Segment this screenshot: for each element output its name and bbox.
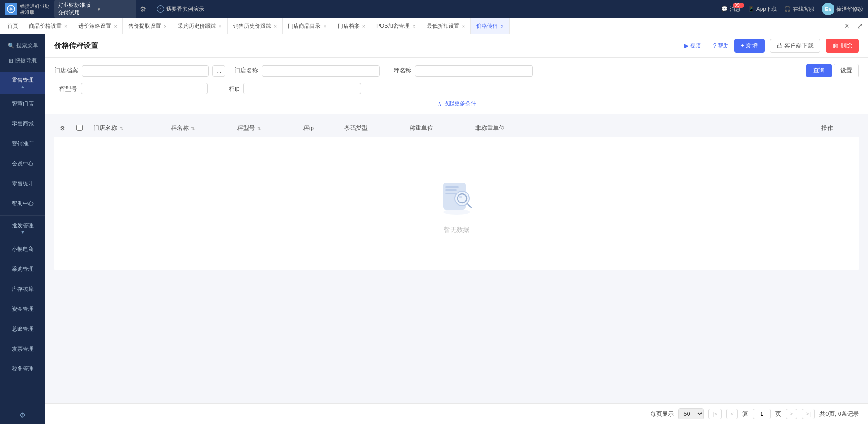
tab-close-icon[interactable]: ×	[501, 24, 503, 29]
online-service-btn[interactable]: 🎧 在线客服	[784, 5, 814, 13]
sidebar-item-ledger[interactable]: 总账管理	[0, 319, 45, 339]
tab-close-icon[interactable]: ×	[274, 24, 277, 29]
add-button[interactable]: + 新增	[734, 39, 765, 53]
demo-circle-icon: ○	[157, 5, 164, 13]
tab-close-icon[interactable]: ×	[64, 24, 67, 29]
sidebar-item-ecommerce[interactable]: 小畅电商	[0, 239, 45, 259]
expand-tab-btn[interactable]: ⤢	[855, 22, 864, 30]
scale-model-input[interactable]	[81, 83, 208, 94]
sidebar-item-finance[interactable]: 资金管理	[0, 299, 45, 319]
select-all-checkbox[interactable]	[76, 125, 83, 131]
tab-pos-encrypt[interactable]: POS加密管理 ×	[371, 18, 421, 34]
tab-label: 进价策略设置	[78, 22, 111, 30]
tab-store-archive[interactable]: 门店档案 ×	[332, 18, 371, 34]
tab-min-discount[interactable]: 最低折扣设置 ×	[421, 18, 471, 34]
tab-label: 采购历史价跟踪	[178, 22, 216, 30]
tab-price-scale[interactable]: 价格传秤 ×	[471, 18, 509, 34]
sidebar-item-help[interactable]: 帮助中心	[0, 193, 45, 213]
table-header-row: ⚙ 门店名称 ⇅ 秤名称 ⇅	[54, 120, 859, 137]
tab-close-icon[interactable]: ×	[114, 24, 117, 29]
tab-purchase-history[interactable]: 采购历史价跟踪 ×	[172, 18, 227, 34]
prev-page-btn[interactable]: <	[726, 409, 738, 419]
tab-home[interactable]: 首页	[4, 18, 24, 34]
collapse-btn[interactable]: ∧ 收起更多条件	[54, 100, 859, 107]
tab-close-icon[interactable]: ×	[362, 24, 365, 29]
page-size-select[interactable]: 10 20 50 100	[678, 408, 704, 419]
th-scale-name-label: 秤名称	[171, 125, 189, 131]
messages-btn[interactable]: 💬 消息 99+	[721, 5, 741, 13]
th-non-weight-unit: 非称重单位	[470, 120, 815, 137]
sidebar-item-label: 帮助中心	[12, 200, 34, 207]
store-name-input[interactable]	[262, 65, 380, 77]
scale-ip-input[interactable]	[243, 83, 361, 94]
tab-close-icon[interactable]: ×	[219, 24, 221, 29]
th-store-name-label: 门店名称	[93, 125, 117, 131]
demo-label: 我要看实例演示	[166, 5, 204, 13]
pagination-summary: 共0页, 0条记录	[819, 410, 859, 418]
sidebar-item-retail-mgmt[interactable]: 零售管理 ▲	[0, 72, 45, 94]
sidebar-search-btn[interactable]: 🔍 搜索菜单	[0, 38, 45, 53]
sidebar-item-invoice[interactable]: 发票管理	[0, 339, 45, 359]
collapse-label: 收起更多条件	[444, 100, 476, 107]
tab-sales-history[interactable]: 销售历史价跟踪 ×	[228, 18, 283, 34]
th-check	[71, 120, 88, 137]
sort-icon[interactable]: ⇅	[191, 126, 195, 131]
tab-close-icon[interactable]: ×	[412, 24, 415, 29]
sidebar-item-marketing[interactable]: 营销推广	[0, 134, 45, 154]
table-body: 暂无数据	[54, 137, 859, 271]
quick-nav-btn[interactable]: ⊞ 快捷导航	[0, 53, 45, 68]
nav-label: 快捷导航	[15, 57, 37, 64]
tab-close-icon[interactable]: ×	[323, 24, 326, 29]
page-header-actions: ▶ 视频 | ? 帮助 + 新增 凸 客户端下载 面 删除	[684, 39, 859, 53]
sidebar-item-purchase[interactable]: 采购管理	[0, 259, 45, 279]
tab-close-icon[interactable]: ×	[462, 24, 465, 29]
sidebar-item-inventory[interactable]: 库存核算	[0, 279, 45, 299]
tab-store-catalog[interactable]: 门店商品目录 ×	[283, 18, 332, 34]
svg-point-1	[443, 209, 470, 215]
version-selector[interactable]: 好业财标准版交付试用 ▼	[54, 0, 136, 18]
online-service-label: 在线客服	[793, 5, 814, 13]
sort-icon[interactable]: ⇅	[257, 126, 261, 131]
store-archive-input[interactable]	[82, 65, 209, 77]
help-link[interactable]: ? 帮助	[713, 42, 729, 50]
sidebar-item-smart-store[interactable]: 智慧门店	[0, 94, 45, 114]
delete-button[interactable]: 面 删除	[826, 39, 859, 53]
demo-link[interactable]: ○ 我要看实例演示	[155, 5, 204, 13]
sidebar-item-retail-mall[interactable]: 零售商城	[0, 114, 45, 134]
last-page-btn[interactable]: >|	[802, 409, 815, 419]
settings-icon[interactable]: ⚙	[140, 5, 146, 14]
sort-icon[interactable]: ⇅	[120, 126, 123, 131]
tab-close-icon[interactable]: ×	[164, 24, 166, 29]
page-header: 价格传秤设置 ▶ 视频 | ? 帮助 + 新增 凸 客户端下载 面 删除	[45, 34, 868, 58]
tab-purchase-strategy[interactable]: 进价策略设置 ×	[73, 18, 122, 34]
tab-price-extract[interactable]: 售价提取设置 ×	[123, 18, 172, 34]
sidebar-item-wholesale[interactable]: 批发管理 ▼	[0, 217, 45, 239]
sidebar-item-retail-stats[interactable]: 零售统计	[0, 173, 45, 193]
filter-row-1: 门店档案 ... 门店名称 秤名称 查询 设置	[54, 64, 859, 77]
dots-button[interactable]: ...	[212, 65, 225, 77]
user-menu-btn[interactable]: Ea 徐泽华修改	[822, 3, 863, 15]
sidebar-item-tax[interactable]: 税务管理	[0, 359, 45, 379]
close-tab-btn[interactable]: ×	[843, 21, 851, 31]
app-download-btn[interactable]: 📱 App下载	[748, 5, 777, 13]
tab-product-price[interactable]: 商品价格设置 ×	[24, 18, 73, 34]
first-page-btn[interactable]: |<	[708, 409, 722, 419]
th-scale-ip: 秤ip	[298, 120, 339, 137]
video-link[interactable]: ▶ 视频	[684, 42, 701, 50]
empty-row: 暂无数据	[54, 137, 859, 271]
logo-icon	[5, 3, 17, 15]
scale-name-input[interactable]	[415, 65, 533, 77]
download-button[interactable]: 凸 客户端下载	[770, 39, 821, 53]
help-label: 帮助	[718, 42, 729, 50]
page-number-input[interactable]	[753, 409, 771, 419]
gear-icon[interactable]: ⚙	[60, 125, 65, 132]
sidebar-gear-btn[interactable]: ⚙	[0, 406, 45, 424]
sidebar-item-member[interactable]: 会员中心	[0, 154, 45, 173]
next-page-btn[interactable]: >	[786, 409, 798, 419]
page-area: 价格传秤设置 ▶ 视频 | ? 帮助 + 新增 凸 客户端下载 面 删除	[45, 34, 868, 424]
sidebar-item-label: 批发管理	[12, 222, 34, 230]
query-button[interactable]: 查询	[806, 64, 832, 77]
tab-bar-end: × ⤢	[843, 21, 864, 31]
settings-button[interactable]: 设置	[834, 64, 859, 77]
th-store-name: 门店名称 ⇅	[88, 120, 166, 137]
